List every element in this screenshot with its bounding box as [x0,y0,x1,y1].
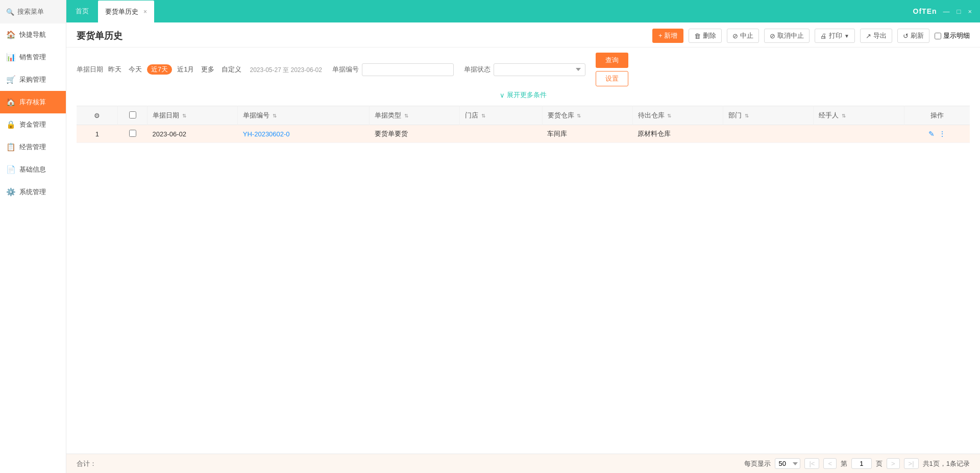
shortcut-custom[interactable]: 自定义 [219,64,243,75]
row-checkbox[interactable] [129,130,136,137]
sidebar-item-label: 资金管理 [19,120,46,129]
sidebar-item-purchase[interactable]: 🛒 采购管理 [0,68,66,91]
clipboard-icon: 📋 [6,143,15,152]
content-area: 要货单历史 + 新增 🗑 删除 ⊘ 中止 ⊘ 取消中止 🖨 打印 [66,22,980,473]
per-page-label: 每页显示 [744,459,771,468]
sidebar-item-label: 经营管理 [19,143,46,152]
show-detail-toggle[interactable]: 显示明细 [935,31,970,40]
settings-button[interactable]: 设置 [596,71,628,86]
th-no: 单据编号 ⇅ [238,106,370,125]
topbar: 首页 要货单历史 × OfTEn — □ × [66,0,980,22]
window-close-button[interactable]: × [968,8,972,15]
per-page-select[interactable]: 20 50 100 200 [775,458,800,469]
shortcut-today[interactable]: 今天 [127,64,144,75]
doc-no-link[interactable]: YH-20230602-0 [243,130,290,138]
print-dropdown-icon: ▼ [844,33,849,39]
row-doc-no[interactable]: YH-20230602-0 [238,125,370,143]
th-dept-label: 部门 [728,111,742,119]
chart-icon: 📊 [6,53,15,62]
cancel-stop-button[interactable]: ⊘ 取消中止 [764,29,810,43]
cancel-stop-icon: ⊘ [770,32,775,40]
first-page-button[interactable]: |< [804,458,819,469]
row-handler [814,125,904,143]
sidebar: 🔍 搜索菜单 🏠 快捷导航 📊 销售管理 🛒 采购管理 🏠 库存核算 🔒 资金管… [0,0,66,473]
table-container: ⚙ 单据日期 ⇅ 单据编号 ⇅ 单据类型 [66,106,980,454]
th-no-label: 单据编号 [243,111,270,119]
doc-no-filter: 单据编号 [332,63,454,76]
refresh-button[interactable]: ↺ 刷新 [897,29,929,43]
th-dept: 部门 ⇅ [723,106,814,125]
sidebar-item-basic-info[interactable]: 📄 基础信息 [0,158,66,181]
row-store [460,125,542,143]
th-req-warehouse: 要货仓库 ⇅ [542,106,632,125]
sidebar-item-inventory[interactable]: 🏠 库存核算 [0,91,66,113]
search-icon: 🔍 [6,8,14,16]
row-dept [723,125,814,143]
th-wait-wh-sort-icon[interactable]: ⇅ [667,113,671,119]
last-page-button[interactable]: >| [904,458,919,469]
shortcut-1month[interactable]: 近1月 [175,64,196,75]
shortcut-7days[interactable]: 近7天 [147,64,172,75]
sidebar-item-finance[interactable]: 🔒 资金管理 [0,113,66,136]
window-maximize-button[interactable]: □ [957,8,961,15]
tab-active[interactable]: 要货单历史 × [98,1,154,23]
expand-icon: ∨ [500,91,505,99]
sidebar-item-system[interactable]: ⚙️ 系统管理 [0,181,66,203]
th-handler: 经手人 ⇅ [814,106,904,125]
th-action: 操作 [904,106,970,125]
status-select[interactable] [494,63,585,76]
sidebar-item-label: 采购管理 [19,75,46,84]
more-icon[interactable]: ⋮ [939,130,946,138]
export-button[interactable]: ↗ 导出 [860,29,892,43]
doc-no-input[interactable] [362,63,454,76]
new-button[interactable]: + 新增 [652,29,683,43]
next-page-button[interactable]: > [887,458,900,469]
action-icons-group: ✎ ⋮ [909,130,965,138]
inventory-icon: 🏠 [6,98,15,107]
th-req-wh-sort-icon[interactable]: ⇅ [577,113,581,119]
select-all-checkbox[interactable] [129,111,136,119]
sidebar-item-sales[interactable]: 📊 销售管理 [0,46,66,68]
prev-page-button[interactable]: < [823,458,837,469]
th-store-sort-icon[interactable]: ⇅ [481,113,485,119]
total-label: 合计： [77,459,96,468]
delete-icon: 🗑 [694,32,701,40]
status-filter: 单据状态 [464,63,585,76]
tab-home[interactable]: 首页 [66,0,98,22]
sidebar-item-quick-nav[interactable]: 🏠 快捷导航 [0,23,66,46]
th-handler-label: 经手人 [819,111,839,119]
th-no-sort-icon[interactable]: ⇅ [273,113,277,119]
tab-active-label: 要货单历史 [105,7,138,16]
brand-label: OfTEn [913,7,937,15]
stop-button[interactable]: ⊘ 中止 [727,29,759,43]
sidebar-item-label: 系统管理 [19,187,46,197]
show-detail-checkbox[interactable] [935,33,941,39]
sidebar-search[interactable]: 🔍 搜索菜单 [0,0,66,23]
shortcut-yesterday[interactable]: 昨天 [106,64,124,75]
edit-icon[interactable]: ✎ [928,130,935,138]
doc-no-label: 单据编号 [332,65,359,74]
th-type-sort-icon[interactable]: ⇅ [404,113,408,119]
page-input[interactable] [851,458,872,469]
table-settings-col[interactable]: ⚙ [77,106,118,125]
row-actions: ✎ ⋮ [904,125,970,143]
window-controls: — □ × [943,8,972,15]
th-dept-sort-icon[interactable]: ⇅ [745,113,749,119]
th-handler-sort-icon[interactable]: ⇅ [842,113,846,119]
expand-more-button[interactable]: ∨ 展开更多条件 [77,86,970,102]
data-table: ⚙ 单据日期 ⇅ 单据编号 ⇅ 单据类型 [77,106,970,143]
filter-bar: 单据日期 昨天 今天 近7天 近1月 更多 自定义 2023-05-27 至 2… [66,48,980,102]
refresh-icon: ↺ [903,32,909,40]
sidebar-item-operation[interactable]: 📋 经营管理 [0,136,66,158]
th-date-sort-icon[interactable]: ⇅ [182,113,186,119]
tab-close-icon[interactable]: × [143,8,147,15]
cancel-stop-label: 取消中止 [777,31,804,40]
row-req-warehouse: 车间库 [542,125,632,143]
query-button[interactable]: 查询 [596,53,628,68]
window-minimize-button[interactable]: — [943,8,950,15]
total-info: 共1页，1条记录 [923,459,970,468]
date-shortcuts: 昨天 今天 近7天 近1月 更多 自定义 [106,64,243,75]
print-button[interactable]: 🖨 打印 ▼ [815,29,855,43]
shortcut-more[interactable]: 更多 [199,64,216,75]
delete-button[interactable]: 🗑 删除 [689,29,722,43]
